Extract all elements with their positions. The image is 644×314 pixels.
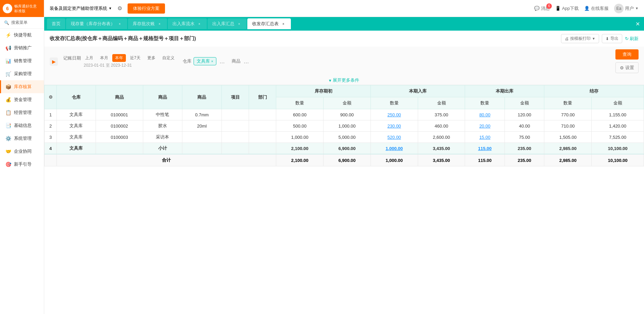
sidebar-item-inventory[interactable]: 📦 库存核算 [0,80,44,93]
tab-bar-close-button[interactable]: ✕ [634,19,641,29]
page-content: 收发存汇总表(按仓库＋商品编码＋商品＋规格型号＋项目＋部门) 🖨 按模板打印 ▼… [44,31,644,314]
tab-inventory-dist-close[interactable]: × [117,21,122,27]
date-opt-custom[interactable]: 自定义 [160,54,177,62]
settings-icon: ⚙ [620,65,624,70]
row1-goods-spec: 0.7mm [182,109,221,120]
row1-out-qty[interactable]: 80.00 [465,109,505,120]
filter-toggle-button[interactable]: ▶ [50,57,58,66]
warehouse-filter-group: 仓库 文具库 × ... [183,56,226,66]
tab-batch-ledger-close[interactable]: × [157,21,162,27]
expand-more-label: 展开更多条件 [333,77,359,83]
export-button[interactable]: ⬇ 导出 [602,34,622,43]
sidebar-item-finance[interactable]: 💰 资金管理 [0,93,44,106]
sidebar-item-newbie[interactable]: 🎯 新手引导 [0,158,44,171]
column-settings-button[interactable]: ⚙ 设置 [615,62,639,73]
row2-out-qty-link[interactable]: 20.00 [479,123,491,129]
row3-in-qty-link[interactable]: 520.00 [387,135,401,140]
tab-home[interactable]: 首页 [47,18,65,29]
col-closing-amount: 金额 [592,97,644,109]
row3-in-amount: 2,600.00 [418,132,465,143]
row2-in-qty[interactable]: 230.00 [370,120,418,132]
refresh-button[interactable]: ↻ 刷新 [625,34,639,43]
tab-recv-send-summary-close[interactable]: × [281,21,286,27]
tab-inout-summary[interactable]: 出入库汇总 × [208,18,247,29]
sidebar-item-collab[interactable]: 🤝 企业协同 [0,145,44,158]
system-title-dropdown[interactable]: 装备及固定资产辅助管理系统 ▼ [50,5,112,12]
row4-in-qty[interactable]: 1,000.00 [370,143,418,154]
table-row: 3 文具库 0100003 采访本 1,000.00 5,000.00 520.… [45,132,644,143]
sidebar-item-system-label: 系统管理 [14,135,32,142]
sidebar-item-purchase[interactable]: 🛒 采购管理 [0,67,44,80]
col-period-in-amount: 金额 [418,97,465,109]
row1-in-qty-link[interactable]: 250.00 [387,112,401,117]
row4-in-qty-link[interactable]: 1,000.00 [385,146,403,151]
warehouse-more-button[interactable]: ... [218,56,226,66]
row2-in-qty-link[interactable]: 230.00 [387,123,401,129]
table-footer: 合计 2,100.00 6,900.00 1,000.00 3,435.00 1… [45,154,644,166]
tab-inout-summary-close[interactable]: × [236,21,242,27]
config-button[interactable]: ⚙ [116,4,123,13]
date-label: 记账日期 [63,55,81,61]
row1-in-qty[interactable]: 250.00 [370,109,418,120]
row1-closing-qty: 770.00 [544,109,592,120]
marketing-icon: 📢 [5,45,11,51]
date-opt-this-year[interactable]: 本年 [112,54,126,62]
expand-more-button[interactable]: ▾ 展开更多条件 [329,77,359,83]
date-opt-this-month[interactable]: 本月 [97,54,111,62]
sidebar-item-system[interactable]: ⚙️ 系统管理 [0,132,44,145]
row2-goods-name: 胶水 [143,120,182,132]
row3-out-amount: 75.00 [505,132,544,143]
table-container: ⚙ 仓库 商品 商品 商品 项目 部门 库存期初 本期入库 本期出库 结存 [44,85,644,314]
row2-goods-code: 0100002 [96,120,143,132]
row3-in-qty[interactable]: 520.00 [370,132,418,143]
query-actions: 查询 ⚙ 设置 [615,49,639,73]
header-left: 装备及固定资产辅助管理系统 ▼ ⚙ 体验行业方案 [50,3,165,14]
warehouse-tag-close-button[interactable]: × [211,60,213,63]
online-support-button[interactable]: 👤 在线客服 [584,5,609,12]
col-opening-qty: 数量 [276,97,324,109]
row4-num: 4 [45,143,57,154]
goods-more-button[interactable]: ... [243,56,250,66]
table-gear-icon[interactable]: ⚙ [49,95,53,100]
row4-out-qty[interactable]: 115.00 [465,143,505,154]
message-button[interactable]: 💬 消息 6 [534,5,550,12]
col-goods-code: 商品 [96,85,143,109]
tab-batch-ledger[interactable]: 库存批次账 × [128,18,167,29]
sidebar-item-marketing[interactable]: 📢 营销推广 [0,42,44,54]
col-period-in-qty: 数量 [370,97,418,109]
table-body: 1 文具库 0100001 中性笔 0.7mm 600.00 900.00 25… [45,109,644,154]
row3-out-qty[interactable]: 15.00 [465,132,505,143]
row3-opening-qty: 1,000.00 [276,132,324,143]
sidebar-item-base-info[interactable]: 📑 基础信息 [0,119,44,132]
trial-button[interactable]: 体验行业方案 [128,3,165,14]
date-opt-7days[interactable]: 近7天 [127,54,143,62]
row4-out-qty-link[interactable]: 115.00 [478,146,492,151]
query-button[interactable]: 查询 [615,49,639,60]
user-menu-button[interactable]: Ea 用户 ▼ [614,4,639,13]
row2-out-qty[interactable]: 20.00 [465,120,505,132]
search-menu-item[interactable]: 🔍 搜索菜单 [0,17,44,29]
footer-in-amount: 3,435.00 [418,154,465,166]
row3-out-qty-link[interactable]: 15.00 [479,135,491,140]
newbie-icon: 🎯 [5,161,11,167]
app-download-button[interactable]: 📱 App下载 [555,5,579,12]
goods-filter-group: 商品 ... [232,56,250,66]
col-closing-qty: 数量 [544,97,592,109]
sidebar-item-quick-nav[interactable]: ⚡ 快捷导航 [0,29,44,42]
tab-inout-flow-close[interactable]: × [197,21,202,27]
row3-goods-spec [182,132,221,143]
sidebar-item-operations[interactable]: 📋 经营管理 [0,106,44,119]
date-filter-row: 记账日期 上月 本月 本年 近7天 更多 自定义 [63,54,177,62]
row1-out-qty-link[interactable]: 80.00 [479,112,491,117]
footer-in-qty: 1,000.00 [370,154,418,166]
col-period-out-amount: 金额 [505,97,544,109]
tab-inout-flow[interactable]: 出入库流水 × [168,18,207,29]
tab-inventory-dist[interactable]: 现存量（库存分布表） × [66,18,127,29]
date-opt-more[interactable]: 更多 [145,54,158,62]
date-opt-last-month[interactable]: 上月 [82,54,96,62]
sidebar-item-sales[interactable]: 📊 销售管理 [0,54,44,67]
print-button[interactable]: 🖨 按模板打印 ▼ [561,34,599,43]
row4-opening-qty: 2,100.00 [276,143,324,154]
table-subtotal-row: 4 文具库 小计 2,100.00 6,900.00 1,000.00 3,43… [45,143,644,154]
tab-recv-send-summary[interactable]: 收发存汇总表 × [247,18,291,29]
